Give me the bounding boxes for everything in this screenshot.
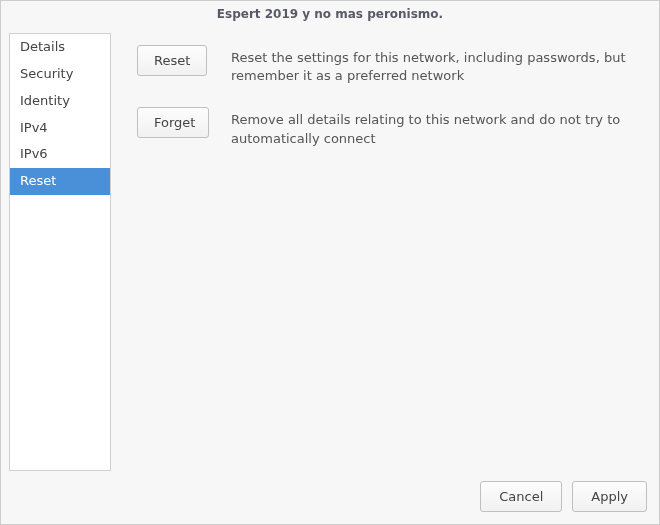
- sidebar-item-label: Reset: [20, 173, 56, 188]
- reset-button[interactable]: Reset: [137, 45, 207, 76]
- forget-button[interactable]: Forget: [137, 107, 209, 138]
- sidebar-item-label: IPv6: [20, 146, 48, 161]
- reset-description: Reset the settings for this network, inc…: [231, 45, 631, 85]
- content-area: Details Security Identity IPv4 IPv6 Rese…: [1, 25, 659, 471]
- forget-row: Forget Remove all details relating to th…: [137, 107, 631, 147]
- cancel-button[interactable]: Cancel: [480, 481, 562, 512]
- sidebar-item-label: Security: [20, 66, 73, 81]
- sidebar-item-security[interactable]: Security: [10, 61, 110, 88]
- apply-button[interactable]: Apply: [572, 481, 647, 512]
- dialog-footer: Cancel Apply: [1, 471, 659, 524]
- reset-row: Reset Reset the settings for this networ…: [137, 45, 631, 85]
- sidebar-item-label: Details: [20, 39, 65, 54]
- sidebar-item-label: Identity: [20, 93, 70, 108]
- network-settings-dialog: Espert 2019 y no mas peronismo. Details …: [0, 0, 660, 525]
- sidebar-item-reset[interactable]: Reset: [10, 168, 110, 195]
- reset-button-wrap: Reset: [137, 45, 209, 76]
- sidebar-item-identity[interactable]: Identity: [10, 88, 110, 115]
- sidebar-item-ipv6[interactable]: IPv6: [10, 141, 110, 168]
- main-panel: Reset Reset the settings for this networ…: [137, 33, 651, 471]
- forget-description: Remove all details relating to this netw…: [231, 107, 631, 147]
- sidebar-item-ipv4[interactable]: IPv4: [10, 115, 110, 142]
- forget-button-wrap: Forget: [137, 107, 209, 138]
- sidebar-item-label: IPv4: [20, 120, 48, 135]
- sidebar: Details Security Identity IPv4 IPv6 Rese…: [9, 33, 111, 471]
- sidebar-item-details[interactable]: Details: [10, 34, 110, 61]
- window-title: Espert 2019 y no mas peronismo.: [1, 1, 659, 25]
